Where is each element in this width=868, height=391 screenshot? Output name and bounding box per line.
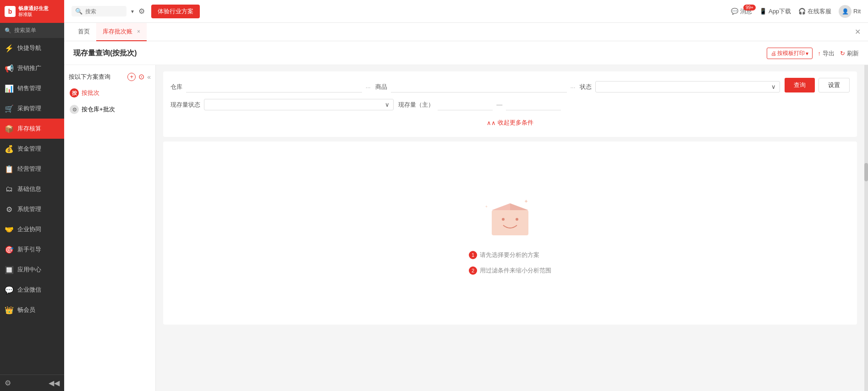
- sidebar-item-guide[interactable]: 🎯 新手引导: [0, 239, 64, 260]
- wechat-icon: 💬: [5, 285, 14, 294]
- sidebar-item-quick-nav[interactable]: ⚡ 快捷导航: [0, 38, 64, 58]
- warehouse-input[interactable]: [186, 81, 362, 92]
- scheme-settings-button[interactable]: ⊙: [138, 72, 144, 81]
- hint-item-1: 1 请先选择要分析的方案: [469, 249, 551, 261]
- user-avatar-icon: 👤: [842, 8, 849, 15]
- hint-text-2: 用过滤条件来缩小分析范围: [480, 265, 551, 277]
- scheme-by-warehouse-batch[interactable]: ⊙ 按仓库+批次: [64, 101, 155, 118]
- online-support-button[interactable]: 🎧 在线客服: [798, 7, 831, 16]
- empty-state: ✦ ✦ 1 请先选择要分析的方案 2 用过滤条件来缩小分析范围: [163, 141, 857, 325]
- hint-num-1: 1: [469, 251, 477, 259]
- left-panel-actions: + ⊙ «: [127, 72, 151, 81]
- hint-num-2: 2: [469, 266, 477, 275]
- stock-status-filter: 现存量状态 ∨: [170, 99, 394, 110]
- tab-bar-close-button[interactable]: ✕: [855, 27, 861, 36]
- basic-icon: 🗂: [5, 185, 14, 194]
- sidebar-item-label: 库存核算: [17, 125, 41, 133]
- left-panel-header: 按以下方案查询 + ⊙ «: [64, 70, 155, 85]
- purchase-icon: 🛒: [5, 104, 14, 113]
- sidebar-item-label: 畅会员: [17, 306, 35, 314]
- page-content: 现存量查询(按批次) 🖨 按模板打印 ▾ ↑ 导出 ↻ 刷新: [64, 41, 868, 391]
- company-info: 畅康通好生意 标准版: [18, 5, 49, 18]
- status-filter: 状态 ∨: [580, 81, 780, 92]
- refresh-label: 刷新: [847, 49, 859, 58]
- query-button[interactable]: 查询: [785, 78, 815, 92]
- status-dropdown[interactable]: ∨: [595, 81, 780, 92]
- printer-icon: 🖨: [771, 50, 776, 57]
- topbar-search-box[interactable]: 🔍: [71, 6, 126, 16]
- warehouse-label: 仓库: [170, 83, 182, 91]
- sidebar-item-apps[interactable]: 🔲 应用中心: [0, 260, 64, 280]
- tab-inventory-batch[interactable]: 库存批次账 ×: [96, 23, 147, 41]
- product-more-button[interactable]: ···: [571, 84, 576, 91]
- svg-rect-0: [492, 210, 528, 235]
- stock-status-dropdown[interactable]: ∨: [204, 99, 394, 110]
- refresh-button[interactable]: ↻ 刷新: [840, 49, 859, 58]
- sidebar-item-operation[interactable]: 📋 经营管理: [0, 159, 64, 179]
- sidebar: b 畅康通好生意 标准版 🔍 搜索菜单 ⚡ 快捷导航 📢 营销推广 📊 销售管理…: [0, 0, 64, 391]
- page-header: 现存量查询(按批次) 🖨 按模板打印 ▾ ↑ 导出 ↻ 刷新: [64, 41, 868, 65]
- svg-marker-1: [492, 203, 510, 210]
- scheme-batch-label: 按批次: [82, 89, 99, 97]
- sidebar-nav: ⚡ 快捷导航 📢 营销推广 📊 销售管理 🛒 采购管理 📦 库存核算 💰 资金管…: [0, 38, 64, 375]
- sales-icon: 📊: [5, 84, 14, 93]
- warehouse-filter: 仓库 ···: [170, 81, 371, 92]
- print-label: 按模板打印: [777, 49, 805, 57]
- scrollbar-thumb: [864, 163, 868, 181]
- system-icon: ⚙: [5, 205, 14, 214]
- right-scrollbar[interactable]: [864, 65, 868, 391]
- sidebar-item-enterprise[interactable]: 🤝 企业协同: [0, 219, 64, 239]
- hint-text-1: 请先选择要分析的方案: [480, 249, 539, 261]
- topbar-dropdown-arrow[interactable]: ▾: [131, 8, 134, 15]
- tab-close-button[interactable]: ×: [137, 28, 140, 35]
- svg-point-4: [516, 218, 518, 221]
- sidebar-item-inventory[interactable]: 📦 库存核算: [0, 119, 64, 139]
- industry-solution-button[interactable]: 体验行业方案: [151, 5, 200, 18]
- topbar: 🔍 ▾ ⚙ 体验行业方案 💬 消息 99+ 📱 App下载 🎧 在线客服 �: [64, 0, 868, 23]
- settings-button[interactable]: 设置: [819, 78, 850, 92]
- sidebar-item-label: 新手引导: [17, 245, 41, 254]
- sidebar-item-wechat[interactable]: 💬 企业微信: [0, 280, 64, 300]
- add-scheme-button[interactable]: +: [127, 73, 136, 81]
- app-download-button[interactable]: 📱 App下载: [759, 7, 791, 16]
- filter-area: 仓库 ··· 商品 ··· 状态: [163, 71, 857, 137]
- scheme-collapse-button[interactable]: «: [147, 73, 151, 81]
- stock-min-input[interactable]: [438, 99, 493, 110]
- tab-home[interactable]: 首页: [71, 23, 96, 41]
- message-icon: 💬: [731, 8, 738, 15]
- export-button[interactable]: ↑ 导出: [818, 49, 835, 58]
- sidebar-settings-button[interactable]: ⚙: [5, 379, 11, 387]
- collapse-arrow-icon: ∧∧: [487, 119, 496, 126]
- marketing-icon: 📢: [5, 64, 14, 73]
- sidebar-collapse-button[interactable]: ◀◀: [49, 379, 60, 387]
- sidebar-item-sales[interactable]: 📊 销售管理: [0, 78, 64, 98]
- messages-button[interactable]: 💬 消息 99+: [731, 7, 752, 16]
- product-input[interactable]: [391, 81, 567, 92]
- status-label: 状态: [580, 83, 592, 91]
- collapse-more-button[interactable]: ∧∧ 收起更多条件: [170, 115, 850, 130]
- user-avatar-area[interactable]: 👤 Rit: [839, 5, 861, 18]
- inventory-icon: 📦: [5, 124, 14, 133]
- sidebar-item-purchase[interactable]: 🛒 采购管理: [0, 98, 64, 119]
- sidebar-item-finance[interactable]: 💰 资金管理: [0, 139, 64, 159]
- scheme-by-batch[interactable]: 按 按批次: [64, 85, 155, 101]
- status-dropdown-arrow: ∨: [771, 83, 776, 90]
- finance-icon: 💰: [5, 144, 14, 153]
- sidebar-search[interactable]: 🔍 搜索菜单: [0, 23, 64, 38]
- member-icon: 👑: [5, 305, 14, 315]
- sidebar-item-marketing[interactable]: 📢 营销推广: [0, 58, 64, 78]
- headset-icon: 🎧: [798, 8, 806, 15]
- topbar-actions: 💬 消息 99+ 📱 App下载 🎧 在线客服 👤 Rit: [731, 5, 861, 18]
- warehouse-more-button[interactable]: ···: [366, 84, 371, 91]
- sidebar-item-system[interactable]: ⚙ 系统管理: [0, 199, 64, 219]
- topbar-search-input[interactable]: [85, 8, 122, 15]
- stock-main-filter: 现存量（主） —: [398, 99, 621, 110]
- phone-icon: 📱: [759, 8, 767, 15]
- sidebar-item-member[interactable]: 👑 畅会员: [0, 300, 64, 320]
- sidebar-item-basic[interactable]: 🗂 基础信息: [0, 179, 64, 199]
- stock-max-input[interactable]: [506, 99, 561, 110]
- topbar-gear-icon[interactable]: ⚙: [138, 7, 145, 16]
- print-button[interactable]: 🖨 按模板打印 ▾: [767, 48, 813, 59]
- left-panel-title: 按以下方案查询: [69, 73, 110, 81]
- svg-text:✦: ✦: [485, 205, 488, 209]
